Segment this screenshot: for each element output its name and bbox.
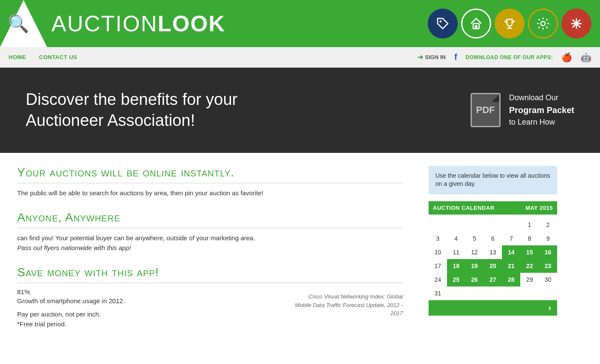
sign-in-link[interactable]: ➜ SIGN IN (417, 53, 446, 61)
cal-day-tue (465, 215, 484, 218)
growth-text: Growth of smartphone usage in 2012. (17, 297, 125, 304)
content-left: Your auctions will be online instantly. … (0, 166, 420, 341)
calendar-day[interactable]: 17 (429, 259, 447, 273)
cal-day-wed (484, 215, 502, 218)
calendar-day[interactable]: 20 (484, 259, 502, 273)
tag-icon[interactable] (428, 9, 458, 39)
calendar-day[interactable]: 13 (484, 245, 502, 259)
calendar-day (502, 218, 520, 232)
asterisk-icon[interactable] (561, 9, 591, 39)
calendar-day[interactable]: 28 (502, 273, 520, 286)
calendar-next-button[interactable]: › (429, 300, 557, 316)
section-save-money-body: 81% Growth of smartphone usage in 2012. … (17, 288, 125, 328)
nav-right: ➜ SIGN IN f DOWNLOAD ONE OF OUR APPS: 🍎 … (417, 52, 591, 63)
settings-icon[interactable] (528, 9, 558, 39)
calendar-day[interactable]: 8 (520, 232, 539, 245)
calendar-day (465, 286, 484, 300)
calendar-month-year: MAY 2015 (525, 205, 553, 211)
calendar-next-icon: › (548, 303, 551, 313)
stat-text: 81% (17, 288, 125, 295)
calendar-day[interactable]: 2 (539, 218, 557, 232)
calendar-day[interactable]: 12 (465, 245, 484, 259)
site-header: 🔍 AuctionLook (0, 0, 600, 47)
pay-text: Pay per auction, not per inch. (17, 310, 125, 318)
cal-day-sat (539, 215, 557, 218)
cal-day-sun (429, 215, 447, 218)
home-nav-icon[interactable] (461, 9, 491, 39)
calendar-day (447, 286, 465, 300)
calendar-day[interactable]: 21 (502, 259, 520, 273)
calendar-table: 1234567891011121314151617181920212223242… (429, 215, 557, 300)
cal-day-fri (520, 215, 539, 218)
section-save-money: Save money with this app! 81% Growth of … (17, 266, 403, 328)
cal-day-thu (502, 215, 520, 218)
facebook-link[interactable]: f (454, 52, 457, 62)
android-app-icon[interactable]: 🤖 (581, 52, 591, 63)
nav-left: HOME CONTACT US (9, 54, 77, 60)
cal-day-mon (447, 215, 465, 218)
calendar-day (520, 286, 539, 300)
calendar-day[interactable]: 11 (447, 245, 465, 259)
calendar-day[interactable]: 31 (429, 286, 447, 300)
calendar-day[interactable]: 18 (447, 259, 465, 273)
sign-in-arrow-icon: ➜ (417, 53, 423, 61)
section-anyone-anywhere-title: Anyone, Anywhere (17, 211, 403, 224)
svg-point-0 (440, 21, 442, 23)
calendar-day[interactable]: 30 (539, 273, 557, 286)
calendar-day[interactable]: 5 (465, 232, 484, 245)
calendar-day (429, 218, 447, 232)
auction-calendar-widget: AUCTION CALENDAR MAY 2015 1234 (429, 201, 557, 316)
section-anyone-anywhere: Anyone, Anywhere can find you! Your pote… (17, 211, 403, 253)
svg-rect-2 (475, 25, 477, 29)
contact-us-nav-link[interactable]: CONTACT US (39, 54, 77, 60)
home-nav-link[interactable]: HOME (9, 54, 26, 60)
calendar-day (539, 286, 557, 300)
citation-text: Cisco Visual Networking Index: Global Mo… (291, 292, 403, 318)
calendar-day[interactable]: 9 (539, 232, 557, 245)
svg-point-5 (541, 21, 545, 26)
calendar-day (465, 218, 484, 232)
calendar-day[interactable]: 22 (520, 259, 539, 273)
calendar-day[interactable]: 7 (502, 232, 520, 245)
calendar-day[interactable]: 15 (520, 245, 539, 259)
calendar-day[interactable]: 3 (429, 232, 447, 245)
apple-app-icon[interactable]: 🍎 (561, 52, 572, 63)
calendar-day[interactable]: 19 (465, 259, 484, 273)
calendar-day (447, 218, 465, 232)
calendar-header: AUCTION CALENDAR MAY 2015 (429, 201, 557, 215)
hero-download-cta[interactable]: PDF Download Our Program Packet to Learn… (471, 92, 574, 128)
calendar-day[interactable]: 4 (447, 232, 465, 245)
calendar-day[interactable]: 10 (429, 245, 447, 259)
calendar-day[interactable]: 6 (484, 232, 502, 245)
calendar-hint: Use the calendar below to view all aucti… (429, 166, 557, 194)
calendar-day[interactable]: 14 (502, 245, 520, 259)
section-auctions-online-body: The public will be able to search for au… (17, 188, 403, 198)
main-content: Your auctions will be online instantly. … (0, 153, 600, 341)
navbar: HOME CONTACT US ➜ SIGN IN f DOWNLOAD ONE… (0, 47, 600, 68)
logo-magnifier-icon: 🔍 (8, 14, 29, 34)
section-auctions-online-title: Your auctions will be online instantly. (17, 166, 403, 179)
calendar-day (484, 218, 502, 232)
calendar-sidebar: Use the calendar below to view all aucti… (420, 166, 566, 341)
pdf-icon: PDF (471, 93, 501, 127)
hero-banner: Discover the benefits for your Auctionee… (0, 68, 600, 153)
calendar-day[interactable]: 16 (539, 245, 557, 259)
section-auctions-online: Your auctions will be online instantly. … (17, 166, 403, 198)
calendar-title: AUCTION CALENDAR (433, 205, 495, 211)
section-anyone-anywhere-body: can find you! Your potential buyer can b… (17, 233, 403, 253)
trophy-icon[interactable] (495, 9, 525, 39)
calendar-day (484, 286, 502, 300)
calendar-day (502, 286, 520, 300)
calendar-day[interactable]: 25 (447, 273, 465, 286)
calendar-day[interactable]: 27 (484, 273, 502, 286)
logo-text[interactable]: AuctionLook (51, 12, 225, 35)
logo-area: 🔍 AuctionLook (0, 0, 225, 47)
calendar-day[interactable]: 26 (465, 273, 484, 286)
calendar-day[interactable]: 29 (520, 273, 539, 286)
header-icon-group (428, 9, 591, 39)
calendar-day[interactable]: 1 (520, 218, 539, 232)
calendar-day[interactable]: 24 (429, 273, 447, 286)
hero-headline: Discover the benefits for your Auctionee… (26, 89, 283, 131)
download-apps-label: DOWNLOAD ONE OF OUR APPS: (466, 54, 553, 60)
calendar-day[interactable]: 23 (539, 259, 557, 273)
